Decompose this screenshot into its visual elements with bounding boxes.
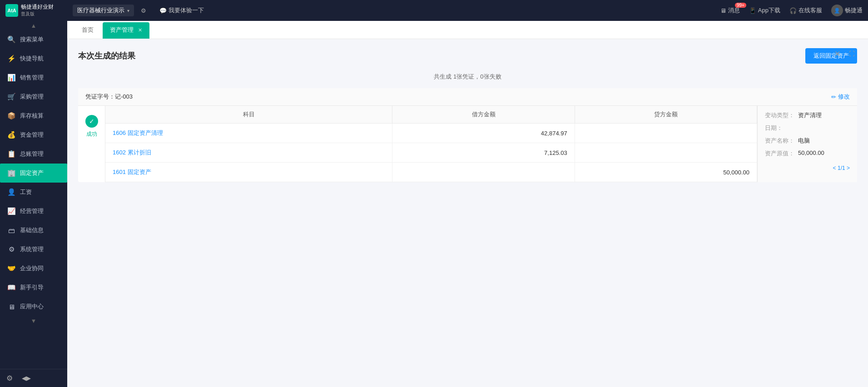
asset-name-label: 资产名称：	[765, 137, 794, 145]
content-area: 首页 资产管理 ✕ ✕ ⛶ 本次生成的结果 返回固定资产 共生成 1张凭证，0张…	[67, 21, 868, 387]
col-subject: 科目	[105, 106, 392, 124]
sidebar-item-cooperation[interactable]: 🤝 企业协同	[0, 259, 67, 278]
avatar: 👤	[831, 5, 843, 16]
sidebar-item-basic-info[interactable]: 🗃 基础信息	[0, 221, 67, 240]
edit-icon: ✏	[831, 94, 836, 100]
customer-service-button[interactable]: 🎧 在线客服	[789, 6, 822, 15]
tab-home[interactable]: 首页	[74, 22, 101, 39]
settings-icon[interactable]: ⚙	[137, 4, 150, 17]
sidebar-item-fixed-assets[interactable]: 🏢 固定资产	[0, 164, 67, 183]
headset-icon: 🎧	[789, 7, 797, 14]
sidebar-item-label: 固定资产	[20, 169, 44, 177]
edit-label: 修改	[838, 93, 850, 101]
sidebar-item-label: 资金管理	[20, 131, 44, 139]
inventory-icon: 📦	[7, 112, 15, 120]
row-debit	[392, 163, 575, 182]
page-content: ✕ ⛶ 本次生成的结果 返回固定资产 共生成 1张凭证，0张失败 凭证字号：记-…	[67, 39, 868, 387]
voucher-edit-button[interactable]: ✏ 修改	[831, 93, 850, 101]
original-value-value: 50,000.00	[798, 149, 824, 158]
next-page-icon[interactable]: >	[847, 165, 850, 171]
sidebar-item-system[interactable]: ⚙ 系统管理	[0, 240, 67, 259]
prev-page-icon[interactable]: <	[833, 165, 836, 171]
sidebar-item-operations[interactable]: 📈 经营管理	[0, 202, 67, 221]
sales-icon: 📊	[7, 74, 15, 82]
purchase-icon: 🛒	[7, 93, 15, 101]
page-title: 本次生成的结果	[78, 50, 135, 61]
operations-icon: 📈	[7, 207, 15, 215]
side-panel-asset-name: 资产名称： 电脑	[765, 137, 850, 145]
summary-text: 共生成 1张凭证，0张失败	[78, 73, 857, 81]
asset-name-value: 电脑	[798, 137, 810, 145]
sidebar-item-label: 总账管理	[20, 150, 44, 158]
sidebar-item-search[interactable]: 🔍 搜索菜单	[0, 30, 67, 49]
sidebar-item-label: 基础信息	[20, 226, 44, 234]
sidebar-item-app-center[interactable]: 🖥 应用中心	[0, 297, 67, 316]
row-credit	[575, 143, 757, 163]
sidebar-item-guide[interactable]: 📖 新手引导	[0, 278, 67, 297]
sidebar-item-sales[interactable]: 📊 销售管理	[0, 68, 67, 87]
sidebar-item-label: 系统管理	[20, 245, 44, 253]
trial-button[interactable]: 💬 我要体验一下	[159, 6, 204, 15]
topbar: AtA 畅捷通好业财 普及版 医疗器械行业演示 ▾ ⚙ 💬 我要体验一下 🖥 消…	[0, 0, 868, 21]
tab-close-icon[interactable]: ✕	[138, 27, 142, 33]
expand-panel-icon[interactable]: ⛶	[846, 48, 857, 59]
table-row: 1602 累计折旧 7,125.03	[105, 143, 757, 163]
table-row: 1601 固定资产 50,000.00	[105, 163, 757, 182]
sidebar-item-inventory[interactable]: 📦 库存核算	[0, 106, 67, 125]
voucher-status: ✓ 成功	[78, 106, 105, 182]
system-icon: ⚙	[7, 245, 15, 253]
app-center-icon: 🖥	[7, 303, 15, 311]
panel-controls: ✕ ⛶	[832, 48, 857, 59]
sidebar-item-purchase[interactable]: 🛒 采购管理	[0, 87, 67, 106]
trial-label: 我要体验一下	[169, 6, 204, 15]
voucher-card: 凭证字号：记-003 ✏ 修改 ✓ 成功	[78, 88, 857, 182]
sidebar-item-quicknav[interactable]: ⚡ 快捷导航	[0, 49, 67, 68]
finance-icon: 💰	[7, 131, 15, 139]
change-type-value: 资产清理	[798, 111, 822, 119]
basic-info-icon: 🗃	[7, 226, 15, 234]
sidebar-item-label: 库存核算	[20, 112, 44, 120]
row-subject: 1601 固定资产	[105, 163, 392, 182]
change-type-label: 变动类型：	[765, 111, 794, 119]
col-debit: 借方金额	[392, 106, 575, 124]
row-subject: 1602 累计折旧	[105, 143, 392, 163]
app-download-label: App下载	[758, 6, 780, 15]
voucher-table: 科目 借方金额 贷方金额 1606 固定资产清理 42,874.97	[105, 106, 757, 182]
sidebar-item-ledger[interactable]: 📋 总账管理	[0, 144, 67, 164]
message-icon: 🖥	[720, 7, 726, 14]
settings-bottom-icon[interactable]: ⚙	[6, 374, 13, 382]
row-credit: 50,000.00	[575, 163, 757, 182]
search-icon: 🔍	[7, 35, 15, 44]
voucher-header: 凭证字号：记-003 ✏ 修改	[78, 88, 857, 106]
app-version: 普及版	[21, 11, 54, 17]
chat-icon: 💬	[159, 7, 167, 14]
tab-home-label: 首页	[82, 26, 94, 33]
side-panel-date: 日期：	[765, 124, 850, 132]
sidebar: ▲ 🔍 搜索菜单 ⚡ 快捷导航 📊 销售管理 🛒 采购管理 📦 库存核算 💰 资…	[0, 21, 67, 387]
side-panel-original-value: 资产原值： 50,000.00	[765, 149, 850, 158]
customer-service-label: 在线客服	[799, 6, 822, 15]
user-name: 畅捷通	[845, 6, 863, 15]
user-menu[interactable]: 👤 畅捷通	[831, 5, 863, 16]
sidebar-item-label: 新手引导	[20, 283, 44, 292]
guide-icon: 📖	[7, 283, 15, 292]
sidebar-toggle-icon[interactable]: ◀▶	[22, 375, 31, 382]
messages-button[interactable]: 🖥 消息 99+	[720, 6, 740, 15]
success-icon: ✓	[85, 115, 98, 128]
close-panel-icon[interactable]: ✕	[832, 48, 843, 59]
company-selector[interactable]: 医疗器械行业演示 ▾	[73, 5, 134, 16]
tab-assets[interactable]: 资产管理 ✕	[103, 22, 149, 39]
table-row: 1606 固定资产清理 42,874.97	[105, 124, 757, 143]
app-download-button[interactable]: 📱 App下载	[749, 6, 780, 15]
sidebar-item-label: 经营管理	[20, 207, 44, 215]
sidebar-item-finance[interactable]: 💰 资金管理	[0, 125, 67, 144]
sidebar-scroll-down[interactable]: ▼	[0, 316, 67, 325]
sidebar-item-salary[interactable]: 👤 工资	[0, 183, 67, 202]
sidebar-item-label: 工资	[20, 188, 32, 196]
sidebar-bottom: ⚙ ◀▶	[0, 369, 67, 387]
download-icon: 📱	[749, 7, 756, 14]
app-name: 畅捷通好业财	[21, 4, 54, 11]
sidebar-scroll-up[interactable]: ▲	[0, 21, 67, 30]
company-name: 医疗器械行业演示	[77, 6, 124, 15]
voucher-number: 凭证字号：记-003	[85, 93, 133, 101]
